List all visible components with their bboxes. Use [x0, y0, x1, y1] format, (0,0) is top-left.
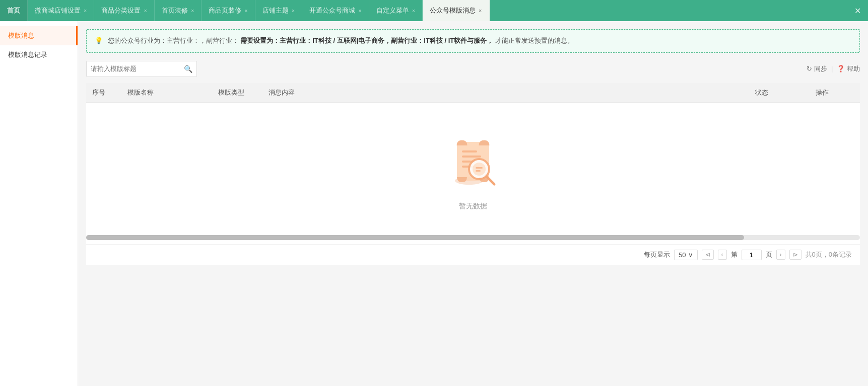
per-page-value: 50 — [679, 251, 686, 259]
scroll-thumb — [86, 235, 744, 240]
empty-state-row: 暂无数据 — [86, 102, 860, 231]
search-icon[interactable]: 🔍 — [184, 65, 192, 73]
close-all-icon: ✕ — [854, 7, 861, 15]
nav-tab-product-page-decor[interactable]: 商品页装修 × — [202, 0, 255, 21]
table-header-row: 序号 模版名称 模版类型 消息内容 状态 操作 — [86, 83, 860, 103]
help-button[interactable]: ❓ 帮助 — [837, 64, 860, 73]
page-total: 共0页，0条记录 — [806, 250, 852, 259]
main-layout: 模版消息 模版消息记录 💡 您的公众号行业为：主营行业：，副营行业： 需要设置为… — [0, 21, 868, 386]
close-shop-settings[interactable]: × — [84, 8, 87, 14]
help-label: 帮助 — [847, 65, 860, 72]
nav-tab-custom-menu[interactable]: 自定义菜单 × — [369, 0, 423, 21]
nav-tab-product-category[interactable]: 商品分类设置 × — [94, 0, 154, 21]
page-label: 第 — [731, 250, 738, 259]
help-icon: ❓ — [837, 65, 845, 72]
pagination: 每页显示 50 ∨ ⊲ ‹ 第 页 › ⊳ 共0页，0条记录 — [86, 244, 860, 265]
nav-tab-homepage-decor[interactable]: 首页装修 × — [155, 0, 202, 21]
svg-rect-2 — [462, 156, 481, 158]
last-page-button[interactable]: ⊳ — [789, 250, 802, 260]
notice-box: 💡 您的公众号行业为：主营行业：，副营行业： 需要设置为：主营行业：IT科技 /… — [86, 29, 860, 53]
shop-theme-label: 店铺主题 — [262, 6, 289, 15]
close-product-page-decor[interactable]: × — [244, 8, 247, 14]
template-message-tab-label: 公众号模版消息 — [430, 6, 476, 15]
scroll-track — [86, 235, 860, 240]
per-page-chevron-down-icon: ∨ — [688, 251, 693, 259]
col-name: 模版名称 — [121, 83, 212, 103]
search-input-wrap[interactable]: 🔍 — [86, 61, 197, 77]
nav-tab-home[interactable]: 首页 — [0, 0, 28, 21]
toolbar-right: ↻ 同步 | ❓ 帮助 — [807, 64, 860, 73]
col-index: 序号 — [86, 83, 121, 103]
svg-rect-9 — [476, 170, 481, 172]
empty-state: 暂无数据 — [86, 103, 860, 231]
empty-icon-wrap — [86, 133, 860, 195]
notice-highlight: 需要设置为：主营行业：IT科技 / 互联网|电子商务，副营行业：IT科技 / I… — [240, 37, 493, 44]
nav-tab-open-public-shop[interactable]: 开通公众号商城 × — [302, 0, 369, 21]
close-product-category[interactable]: × — [144, 8, 147, 14]
content-area: 💡 您的公众号行业为：主营行业：，副营行业： 需要设置为：主营行业：IT科技 /… — [78, 21, 868, 386]
svg-rect-1 — [462, 150, 477, 152]
empty-state-illustration — [443, 133, 503, 193]
first-page-button[interactable]: ⊲ — [702, 250, 714, 260]
shop-settings-label: 微商城店铺设置 — [35, 6, 81, 15]
sidebar-template-message-log-label: 模版消息记录 — [8, 51, 47, 58]
next-page-button[interactable]: › — [776, 250, 785, 260]
toolbar-divider: | — [831, 65, 833, 72]
home-tab-label: 首页 — [7, 6, 20, 15]
close-open-public-shop[interactable]: × — [358, 8, 361, 14]
nav-tab-shop-theme[interactable]: 店铺主题 × — [255, 0, 302, 21]
open-public-shop-label: 开通公众号商城 — [309, 6, 355, 15]
search-bar: 🔍 ↻ 同步 | ❓ 帮助 — [86, 61, 860, 77]
page-unit: 页 — [766, 250, 772, 259]
empty-state-text: 暂无数据 — [86, 202, 860, 211]
per-page-select[interactable]: 50 ∨ — [674, 250, 697, 260]
nav-tab-template-message[interactable]: 公众号模版消息 × — [423, 0, 489, 21]
current-page-input[interactable] — [742, 250, 762, 260]
product-category-label: 商品分类设置 — [101, 6, 141, 15]
col-status: 状态 — [749, 83, 810, 103]
custom-menu-label: 自定义菜单 — [376, 6, 409, 15]
svg-rect-8 — [476, 167, 483, 169]
sync-label: 同步 — [814, 65, 827, 72]
sidebar-template-message-label: 模版消息 — [8, 32, 34, 39]
close-template-message[interactable]: × — [479, 8, 482, 14]
homepage-decor-label: 首页装修 — [162, 6, 188, 15]
sidebar-item-template-message-log[interactable]: 模版消息记录 — [0, 45, 78, 64]
notice-suffix: 才能正常发送预置的消息。 — [495, 37, 574, 44]
horizontal-scrollbar[interactable] — [86, 231, 860, 244]
notice-icon: 💡 — [95, 37, 103, 44]
data-table: 序号 模版名称 模版类型 消息内容 状态 操作 — [86, 83, 860, 231]
nav-tab-shop-settings[interactable]: 微商城店铺设置 × — [28, 0, 94, 21]
product-page-decor-label: 商品页装修 — [209, 6, 241, 15]
sidebar: 模版消息 模版消息记录 — [0, 21, 78, 386]
col-content: 消息内容 — [262, 83, 749, 103]
col-type: 模版类型 — [212, 83, 262, 103]
close-shop-theme[interactable]: × — [292, 8, 295, 14]
close-homepage-decor[interactable]: × — [191, 8, 194, 14]
close-all-button[interactable]: ✕ — [847, 6, 868, 16]
per-page-label: 每页显示 — [644, 250, 670, 259]
svg-point-7 — [473, 163, 486, 176]
top-nav: 首页 微商城店铺设置 × 商品分类设置 × 首页装修 × 商品页装修 × 店铺主… — [0, 0, 868, 21]
sidebar-item-template-message[interactable]: 模版消息 — [0, 26, 78, 45]
sync-button[interactable]: ↻ 同步 — [807, 64, 827, 73]
sync-icon: ↻ — [807, 65, 812, 72]
col-action: 操作 — [810, 83, 860, 103]
search-input[interactable] — [91, 65, 184, 72]
notice-prefix: 您的公众号行业为：主营行业：，副营行业： — [108, 37, 239, 44]
prev-page-button[interactable]: ‹ — [718, 250, 727, 260]
close-custom-menu[interactable]: × — [412, 8, 415, 14]
